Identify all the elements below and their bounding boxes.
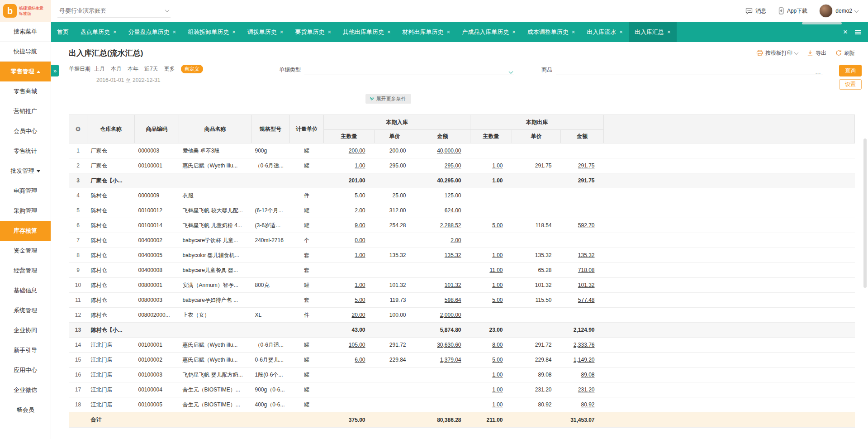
- sidebar-item[interactable]: 系统管理: [0, 301, 51, 320]
- messages-button[interactable]: 消息: [745, 7, 766, 15]
- tab-close-icon[interactable]: ×: [173, 29, 176, 35]
- tab-item[interactable]: 组装拆卸单历史×: [182, 22, 242, 42]
- drilldown-link[interactable]: 5.00: [355, 192, 365, 199]
- drilldown-link[interactable]: 718.08: [578, 267, 595, 273]
- sidebar-item[interactable]: 零售商城: [0, 81, 51, 101]
- sidebar-item[interactable]: 库存核算: [0, 221, 51, 241]
- sidebar-item[interactable]: 资金管理: [0, 241, 51, 261]
- tabbar-scrollbar[interactable]: [802, 22, 842, 24]
- tab-item[interactable]: 要货单历史×: [289, 22, 337, 42]
- query-button[interactable]: 查询: [839, 65, 862, 76]
- drilldown-link[interactable]: 598.64: [445, 297, 461, 303]
- sidebar-item[interactable]: 搜索菜单: [0, 22, 51, 42]
- print-by-template-button[interactable]: 按模板打印: [756, 49, 798, 57]
- drilldown-link[interactable]: 2,000.00: [440, 312, 461, 318]
- drilldown-link[interactable]: 624.00: [445, 207, 461, 214]
- tab-close-icon[interactable]: ×: [447, 29, 451, 35]
- tab-item[interactable]: 产成品入库单历史×: [456, 22, 522, 42]
- drilldown-link[interactable]: 1,149.20: [574, 357, 595, 363]
- quick-range-link[interactable]: 近7天: [144, 66, 158, 72]
- sidebar-item[interactable]: 应用中心: [0, 360, 51, 380]
- vertical-scrollbar[interactable]: [863, 138, 867, 288]
- tab-close-icon[interactable]: ×: [387, 29, 391, 35]
- drilldown-link[interactable]: 125.00: [445, 192, 461, 199]
- close-all-tabs-icon[interactable]: ×: [843, 28, 848, 36]
- tab-close-icon[interactable]: ×: [619, 29, 623, 35]
- tab-item[interactable]: 材料出库单历史×: [397, 22, 456, 42]
- gear-icon[interactable]: ⚙: [75, 125, 81, 133]
- sidebar-item[interactable]: 零售统计: [0, 141, 51, 161]
- app-download-button[interactable]: App下载: [778, 7, 807, 15]
- account-select[interactable]: 母婴行业演示账套: [57, 5, 171, 18]
- custom-range-badge[interactable]: 自定义: [181, 65, 203, 73]
- sidebar-item[interactable]: 新手引导: [0, 340, 51, 360]
- ellipsis-icon[interactable]: …: [815, 70, 821, 74]
- quick-range-link[interactable]: 本年: [128, 66, 138, 72]
- tab-item[interactable]: 分量盘点单历史×: [123, 22, 182, 42]
- sidebar-item[interactable]: 批发管理: [0, 161, 51, 181]
- drilldown-link[interactable]: 1.00: [492, 162, 503, 169]
- tab-item[interactable]: 出入库流水×: [581, 22, 629, 42]
- product-input[interactable]: …: [556, 66, 823, 75]
- sidebar-item[interactable]: 畅会员: [0, 400, 51, 420]
- tab-list-icon[interactable]: [855, 30, 861, 34]
- drilldown-link[interactable]: 1.00: [492, 282, 503, 288]
- expand-more-button[interactable]: 展开更多条件: [365, 94, 411, 104]
- date-range-value[interactable]: 2016-01-01 至 2022-12-31: [96, 76, 279, 84]
- tab-close-icon[interactable]: ×: [232, 29, 236, 35]
- tab-item[interactable]: 成本调整单历史×: [522, 22, 581, 42]
- sidebar-item[interactable]: 企业微信: [0, 380, 51, 400]
- sidebar-item[interactable]: 快捷导航: [0, 42, 51, 62]
- drilldown-link[interactable]: 1.00: [492, 387, 503, 393]
- user-menu[interactable]: demo2: [819, 4, 858, 18]
- drilldown-link[interactable]: 40,000.00: [437, 148, 461, 154]
- drilldown-link[interactable]: 2.00: [451, 237, 461, 243]
- collapse-filters-button[interactable]: »: [51, 65, 59, 76]
- table-settings-header[interactable]: ⚙: [69, 115, 87, 143]
- drilldown-link[interactable]: 2,288.52: [440, 222, 461, 229]
- drilldown-link[interactable]: 1,379.04: [440, 357, 461, 363]
- tab-item[interactable]: 出入库汇总×: [629, 22, 677, 42]
- tab-close-icon[interactable]: ×: [512, 29, 516, 35]
- sidebar-item[interactable]: 会员中心: [0, 121, 51, 141]
- drilldown-link[interactable]: 1.00: [355, 252, 365, 258]
- drilldown-link[interactable]: 577.48: [578, 297, 595, 303]
- tab-item[interactable]: 首页: [51, 22, 75, 42]
- sidebar-item[interactable]: 电商管理: [0, 181, 51, 201]
- quick-range-link[interactable]: 更多: [164, 66, 175, 72]
- drilldown-link[interactable]: 295.00: [445, 162, 461, 169]
- tab-item[interactable]: 调拨单历史×: [242, 22, 289, 42]
- drilldown-link[interactable]: 200.00: [349, 148, 365, 154]
- tab-close-icon[interactable]: ×: [667, 29, 671, 35]
- drilldown-link[interactable]: 592.70: [578, 222, 595, 229]
- sidebar-item[interactable]: 经营管理: [0, 261, 51, 281]
- drilldown-link[interactable]: 11.00: [489, 267, 503, 273]
- sidebar-item[interactable]: 营销推广: [0, 101, 51, 121]
- drilldown-link[interactable]: 5.00: [492, 357, 503, 363]
- drilldown-link[interactable]: 101.32: [578, 282, 595, 288]
- drilldown-link[interactable]: 135.32: [578, 252, 595, 258]
- sidebar-item[interactable]: 零售管理: [0, 62, 51, 81]
- drilldown-link[interactable]: 20.00: [351, 312, 365, 318]
- drilldown-link[interactable]: 8.00: [492, 342, 503, 348]
- drilldown-link[interactable]: 0.00: [355, 237, 365, 243]
- tab-item[interactable]: 盘点单历史×: [75, 22, 123, 42]
- sidebar-item[interactable]: 采购管理: [0, 201, 51, 221]
- settings-button[interactable]: 设置: [839, 79, 862, 90]
- drilldown-link[interactable]: 2,333.76: [574, 342, 595, 348]
- drilldown-link[interactable]: 5.00: [492, 297, 503, 303]
- drilldown-link[interactable]: 1.00: [492, 401, 503, 408]
- drilldown-link[interactable]: 1.00: [492, 372, 503, 378]
- quick-range-link[interactable]: 上月: [94, 66, 105, 72]
- drilldown-link[interactable]: 1.00: [355, 162, 365, 169]
- sidebar-item[interactable]: 企业协同: [0, 320, 51, 340]
- export-button[interactable]: 导出: [807, 49, 826, 57]
- drilldown-link[interactable]: 1.00: [355, 282, 365, 288]
- tab-item[interactable]: 其他出库单历史×: [337, 22, 397, 42]
- drilldown-link[interactable]: 30,630.60: [437, 342, 461, 348]
- tab-close-icon[interactable]: ×: [572, 29, 575, 35]
- tab-close-icon[interactable]: ×: [327, 29, 331, 35]
- drilldown-link[interactable]: 9.00: [355, 222, 365, 229]
- drilldown-link[interactable]: 5.00: [492, 222, 503, 229]
- drilldown-link[interactable]: 6.00: [355, 357, 365, 363]
